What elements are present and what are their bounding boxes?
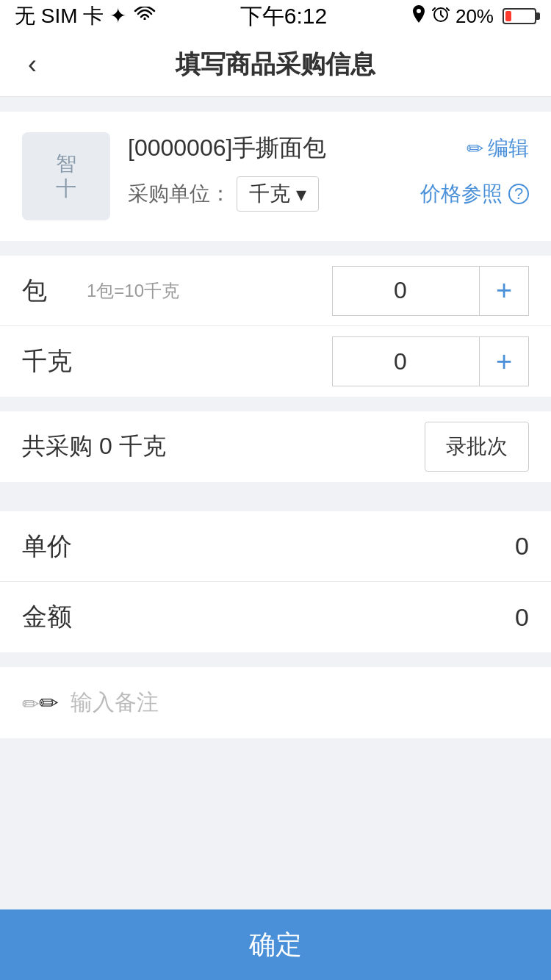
divider-2: [0, 397, 551, 411]
kg-input-wrapper: +: [332, 336, 529, 386]
confirm-button[interactable]: 确定: [0, 909, 551, 980]
quantity-section: 包 1包=10千克 + 千克 +: [0, 256, 551, 397]
battery-icon: [503, 8, 536, 24]
summary-section: 共采购 0 千克 录批次: [0, 411, 551, 482]
nav-bar: ‹ 填写商品采购信息: [0, 32, 551, 97]
unit-label: 采购单位：: [128, 180, 231, 208]
alarm-icon: [432, 5, 450, 28]
status-bar: 无 SIM 卡 ✦ 下午6:12 20%: [0, 0, 551, 32]
kg-plus-button[interactable]: +: [479, 336, 529, 386]
divider-1: [0, 241, 551, 256]
bag-input-wrapper: +: [332, 266, 529, 316]
bag-plus-button[interactable]: +: [479, 266, 529, 316]
bag-sublabel: 1包=10千克: [87, 279, 332, 303]
info-icon: ?: [508, 184, 529, 204]
summary-text: 共采购 0 千克: [22, 430, 425, 463]
kg-quantity-input[interactable]: [332, 336, 479, 386]
product-name: [0000006]手撕面包: [128, 132, 326, 165]
batch-button[interactable]: 录批次: [425, 422, 529, 472]
product-info: [0000006]手撕面包 ✏ 编辑 采购单位： 千克 ▾ 价格参照 ?: [128, 132, 529, 212]
edit-button[interactable]: ✏ 编辑: [467, 134, 529, 162]
unit-dropdown-icon: ▾: [296, 182, 306, 206]
status-time: 下午6:12: [240, 1, 327, 32]
bag-quantity-input[interactable]: [332, 266, 479, 316]
price-ref-label: 价格参照: [420, 180, 503, 208]
amount-row: 金额 0: [0, 582, 551, 652]
amount-label: 金额: [22, 600, 515, 634]
logo-line2: 十: [56, 176, 76, 201]
notes-placeholder: 输入备注: [71, 688, 159, 718]
status-right: 20%: [411, 5, 536, 28]
logo-line1: 智: [56, 151, 76, 176]
product-header: [0000006]手撕面包 ✏ 编辑: [128, 132, 529, 165]
notes-section[interactable]: ✏ 输入备注: [0, 667, 551, 738]
bag-input-row: 包 1包=10千克 +: [0, 256, 551, 326]
unit-price-row: 单价 0: [0, 511, 551, 582]
edit-pencil-icon: ✏: [467, 137, 483, 161]
kg-input-row: 千克 +: [0, 326, 551, 397]
page-title: 填写商品采购信息: [176, 48, 375, 82]
unit-select[interactable]: 千克 ▾: [237, 176, 319, 212]
product-unit-row: 采购单位： 千克 ▾ 价格参照 ?: [128, 176, 529, 212]
notes-pencil-icon: ✏: [22, 689, 59, 717]
product-image: 智 十: [22, 132, 110, 220]
battery-percent: 20%: [455, 5, 494, 28]
price-section: 单价 0 金额 0: [0, 511, 551, 652]
divider-3: [0, 482, 551, 497]
bag-label: 包: [22, 274, 81, 308]
unit-price-label: 单价: [22, 530, 515, 563]
edit-label: 编辑: [488, 134, 529, 162]
wifi-icon: [134, 4, 156, 28]
sim-label: 无 SIM 卡 ✦: [15, 2, 126, 30]
amount-value: 0: [515, 603, 529, 632]
summary-row: 共采购 0 千克 录批次: [0, 411, 551, 482]
kg-label: 千克: [22, 345, 81, 378]
location-icon: [411, 5, 426, 28]
back-button[interactable]: ‹: [21, 42, 44, 87]
unit-value: 千克: [249, 180, 290, 208]
price-ref-button[interactable]: 价格参照 ?: [420, 180, 529, 208]
unit-price-value: 0: [515, 532, 529, 561]
product-card: 智 十 [0000006]手撕面包 ✏ 编辑 采购单位： 千克 ▾ 价格参照 ?: [0, 112, 551, 241]
status-left: 无 SIM 卡 ✦: [15, 2, 156, 30]
